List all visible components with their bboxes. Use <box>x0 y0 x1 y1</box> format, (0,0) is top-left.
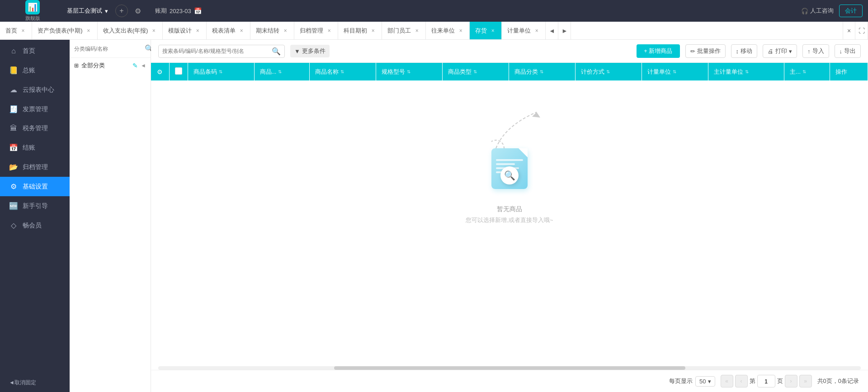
more-filter-button[interactable]: ▼ 更多条件 <box>290 45 330 57</box>
tab-subject-init[interactable]: 科目期初 × <box>338 22 382 39</box>
empty-desc: 您可以选择新增,或者直接导入哦~ <box>466 216 553 224</box>
next-page-button[interactable]: › <box>785 375 797 387</box>
tab-close-all[interactable]: × <box>843 22 855 39</box>
product-search-input[interactable] <box>162 48 269 54</box>
page-number-input[interactable] <box>757 375 775 387</box>
sort-extra-icon[interactable]: ⇅ <box>802 69 806 74</box>
category-collapse-icon[interactable]: ◄ <box>141 62 146 69</box>
batch-action-button[interactable]: ✏ 批量操作 <box>685 44 726 58</box>
th-main-unit[interactable]: 主计量单位⇅ <box>708 63 784 80</box>
import-button[interactable]: ↑ 导入 <box>802 44 829 58</box>
tab-scroll-left[interactable]: ◄ <box>546 22 558 39</box>
table-settings-icon[interactable]: ⚙ <box>157 68 163 76</box>
move-button[interactable]: ↕ 移动 <box>731 44 758 58</box>
th-settings[interactable]: ⚙ <box>151 63 169 80</box>
tab-tax-close[interactable]: × <box>238 28 245 34</box>
scrollbar-track[interactable] <box>158 366 861 370</box>
tab-balance-close[interactable]: × <box>85 28 92 34</box>
sidebar-item-guide-label: 新手引导 <box>23 202 48 210</box>
account-button[interactable]: 会计 <box>839 5 863 17</box>
sidebar-item-member[interactable]: ◇ 畅会员 <box>0 216 70 235</box>
scrollbar-thumb[interactable] <box>334 366 685 370</box>
tab-balance[interactable]: 资产负债表(中期) × <box>32 22 98 39</box>
table-header-checkbox[interactable] <box>175 67 182 75</box>
sidebar-item-archive[interactable]: 📂 归档管理 <box>0 157 70 177</box>
sidebar-item-closing[interactable]: 📅 结账 <box>0 138 70 157</box>
print-label: 打印 <box>775 47 787 55</box>
th-type[interactable]: 商品类型⇅ <box>442 63 509 80</box>
tab-period-end[interactable]: 期末结转 × <box>250 22 294 39</box>
calendar-icon[interactable]: 📅 <box>194 7 202 14</box>
tab-subject-init-close[interactable]: × <box>370 28 376 34</box>
th-pricing[interactable]: 计价方式⇅ <box>575 63 642 80</box>
last-page-button[interactable]: » <box>799 375 812 387</box>
sort-name-icon[interactable]: ⇅ <box>340 69 344 74</box>
tab-inventory[interactable]: 存货 × <box>470 22 502 39</box>
sort-category-icon[interactable]: ⇅ <box>540 69 543 74</box>
add-company-button[interactable]: + <box>115 5 128 17</box>
th-checkbox[interactable] <box>169 63 188 80</box>
th-unit[interactable]: 计量单位⇅ <box>642 63 708 80</box>
sort-barcode-icon[interactable]: ⇅ <box>219 69 222 74</box>
sort-spec-icon[interactable]: ⇅ <box>407 69 410 74</box>
tab-template[interactable]: 模版设计 × <box>163 22 207 39</box>
tab-archive-mgmt-close[interactable]: × <box>326 28 332 34</box>
tab-template-close[interactable]: × <box>194 28 201 34</box>
tab-home[interactable]: 首页 × <box>0 22 32 39</box>
tab-inventory-close[interactable]: × <box>490 28 496 34</box>
sort-pricing-icon[interactable]: ⇅ <box>606 69 610 74</box>
settings-gear-button[interactable]: ⚙ <box>132 5 144 17</box>
tab-unit[interactable]: 计量单位 × <box>502 22 546 39</box>
company-selector[interactable]: 基层工会测试 ▾ <box>63 5 112 17</box>
sidebar-item-invoice[interactable]: 🧾 发票管理 <box>0 99 70 119</box>
th-name[interactable]: 商品名称⇅ <box>309 63 376 80</box>
th-spec[interactable]: 规格型号⇅ <box>376 63 442 80</box>
period-label: 账期 <box>155 7 167 15</box>
member-icon: ◇ <box>9 221 18 230</box>
category-edit-icon[interactable]: ✎ <box>132 62 138 69</box>
tab-archive-mgmt[interactable]: 归档管理 × <box>294 22 338 39</box>
th-code[interactable]: 商品...⇅ <box>254 63 309 80</box>
sort-type-icon[interactable]: ⇅ <box>473 69 477 74</box>
tab-dept-staff-close[interactable]: × <box>414 28 420 34</box>
tab-income-label: 收入支出表(年报) <box>103 27 148 35</box>
sort-code-icon[interactable]: ⇅ <box>278 69 282 74</box>
sidebar-item-home-label: 首页 <box>23 47 35 55</box>
tab-scroll-right[interactable]: ► <box>558 22 571 39</box>
prev-page-button[interactable]: ‹ <box>735 375 748 387</box>
tab-maximize[interactable]: ⛶ <box>855 22 868 39</box>
search-icon[interactable]: 🔍 <box>272 47 281 56</box>
tab-bar: 首页 × 资产负债表(中期) × 收入支出表(年报) × 模版设计 × 税表清单… <box>0 22 868 40</box>
tab-income[interactable]: 收入支出表(年报) × <box>98 22 163 39</box>
tab-home-close[interactable]: × <box>20 28 26 34</box>
sort-main-unit-icon[interactable]: ⇅ <box>745 69 749 74</box>
th-category[interactable]: 商品分类⇅ <box>509 63 575 80</box>
sidebar-unpin[interactable]: ◄取消固定 <box>0 373 70 392</box>
tab-unit-close[interactable]: × <box>533 28 540 34</box>
sidebar-item-guide[interactable]: 🆕 新手引导 <box>0 196 70 216</box>
category-search-input[interactable] <box>74 46 142 52</box>
move-label: 移动 <box>741 47 752 55</box>
first-page-button[interactable]: « <box>721 375 733 387</box>
add-product-button[interactable]: + 新增商品 <box>637 44 679 58</box>
th-extra[interactable]: 主...⇅ <box>784 63 830 80</box>
page-nav: « ‹ 页 第 页 › » <box>721 375 812 387</box>
category-all-item[interactable]: ⊞ 全部分类 ✎ ◄ <box>70 58 151 73</box>
tab-income-close[interactable]: × <box>151 28 157 34</box>
customer-service-button[interactable]: 🎧 人工咨询 <box>801 7 834 15</box>
page-size-dropdown[interactable]: 50 ▾ <box>695 376 715 387</box>
tab-partners-close[interactable]: × <box>458 28 464 34</box>
sort-unit-icon[interactable]: ⇅ <box>673 69 676 74</box>
tab-dept-staff[interactable]: 部门员工 × <box>382 22 426 39</box>
sidebar-item-ledger[interactable]: 📒 总账 <box>0 61 70 80</box>
tab-tax[interactable]: 税表清单 × <box>207 22 250 39</box>
th-barcode[interactable]: 商品条码⇅ <box>188 63 254 80</box>
tab-period-end-close[interactable]: × <box>282 28 288 34</box>
tab-partners[interactable]: 往来单位 × <box>426 22 470 39</box>
sidebar-item-settings[interactable]: ⚙ 基础设置 <box>0 177 70 196</box>
sidebar-item-reports[interactable]: ☁ 云报表中心 <box>0 80 70 99</box>
export-button[interactable]: ↓ 导出 <box>835 44 861 58</box>
print-button[interactable]: 🖨 打印 ▾ <box>763 44 797 58</box>
sidebar-item-home[interactable]: ⌂ 首页 <box>0 42 70 61</box>
sidebar-item-tax[interactable]: 🏛 税务管理 <box>0 119 70 138</box>
